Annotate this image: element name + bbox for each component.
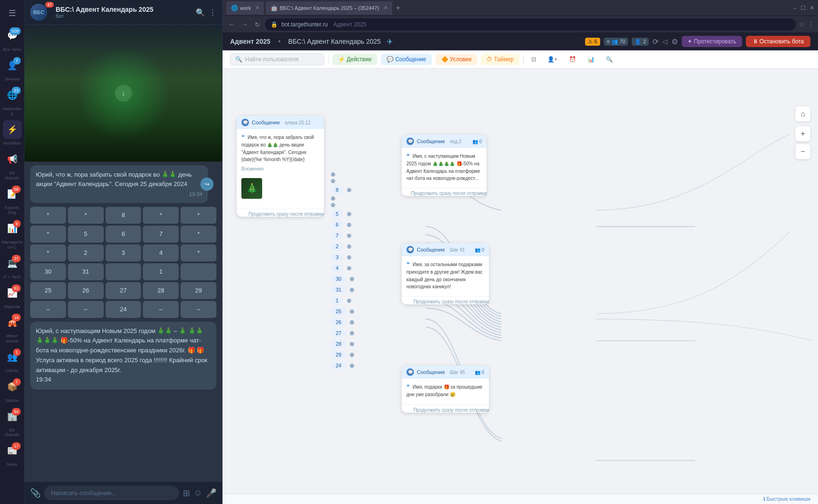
sidebar-item-management[interactable]: 📊 9 [3, 219, 22, 238]
kb-8[interactable]: 8 [106, 207, 141, 224]
btn-item-4[interactable]: 4 [331, 264, 354, 272]
kb-4[interactable]: 4 [143, 244, 179, 261]
btn-item-2[interactable]: 2 [331, 242, 354, 251]
emoji-icon[interactable]: ☺ [194, 488, 202, 498]
kb-star-3[interactable]: * [143, 207, 179, 224]
sticker-icon[interactable]: ⊞ [183, 488, 190, 498]
btn-item-31[interactable]: 31 [331, 285, 354, 294]
btn-item-8[interactable]: 8 [331, 186, 354, 194]
btn-item-29[interactable]: 29 [331, 350, 354, 359]
message-input[interactable] [44, 486, 179, 500]
maximize-btn[interactable]: ☐ [801, 5, 806, 11]
kb-29[interactable]: 29 [181, 282, 216, 299]
forward-btn[interactable]: ↪ [200, 178, 214, 191]
btn-item-7[interactable]: 7 [331, 231, 354, 240]
kb-dash-3[interactable]: – [143, 301, 179, 318]
kb-star-1[interactable]: * [30, 207, 66, 224]
kb-dash-1[interactable]: – [30, 301, 66, 318]
kb-2[interactable]: 2 [68, 244, 104, 261]
wf-node-entry[interactable]: 💬 Сообщение алека 25.12 ❝ Имя, что ж, по… [237, 116, 324, 217]
condition-btn[interactable]: 🔶 Условие [436, 54, 478, 65]
kb-star-5[interactable]: * [30, 226, 66, 243]
stop-bot-btn[interactable]: ⏸ Остановить бота [746, 36, 810, 47]
btn-item-24[interactable]: 24 [331, 361, 354, 370]
sidebar-item-clients[interactable]: 👥 1 [3, 348, 22, 366]
search-flow-icon-btn[interactable]: 🔍 [602, 54, 617, 65]
sidebar-item-all-chats[interactable]: 💬 528 [3, 26, 22, 45]
sidebar-item-my-channels[interactable]: 📢 [3, 150, 22, 169]
home-view-btn[interactable]: ⌂ [795, 106, 810, 122]
kb-star-4[interactable]: * [181, 207, 216, 224]
btn-item-25[interactable]: 25 [331, 307, 354, 316]
wf-node-pod2[interactable]: 💬 Сообщение под.2 👥 0 ❝ Имя, с наступающ… [402, 135, 487, 196]
scroll-down-btn[interactable]: ↓ [115, 85, 132, 102]
kb-30[interactable]: 30 [30, 263, 66, 280]
user-add-icon-btn[interactable]: 👤+ [544, 54, 562, 65]
sidebar-item-news[interactable]: 📰 17 [3, 441, 22, 460]
btn-item-star3[interactable] [331, 196, 354, 201]
kb-star-2[interactable]: * [68, 207, 104, 224]
action-btn[interactable]: ⚡ Действие [332, 54, 377, 65]
kb-star-6[interactable]: * [181, 226, 216, 243]
user-search-field[interactable]: 🔍 Найти пользователя [230, 53, 324, 65]
workflow-canvas[interactable]: 💬 Сообщение алека 25.12 ❝ Имя, что ж, по… [223, 69, 818, 504]
tab-close-icon[interactable]: ✕ [256, 5, 259, 10]
attachment-icon[interactable]: 📎 [30, 488, 41, 498]
kb-star-7[interactable]: * [30, 244, 66, 261]
kb-1[interactable]: 1 [143, 263, 179, 280]
kb-28[interactable]: 28 [143, 282, 179, 299]
hotkeys-btn[interactable]: ℹ Быстрые клавиши [763, 496, 810, 502]
btn-item-28[interactable]: 28 [331, 340, 354, 348]
wf-node-shag45[interactable]: 💬 Сообщение Шаг 45 👥 0 ❝ Имя, подарки 🎁 … [402, 366, 489, 413]
btn-item-27[interactable]: 27 [331, 329, 354, 337]
sidebar-item-markom[interactable]: 📈 81 [3, 284, 22, 302]
test-bot-btn[interactable]: ✦ Протестировать [682, 36, 742, 47]
kb-dash-4[interactable]: – [181, 301, 216, 318]
kb-24[interactable]: 24 [106, 301, 141, 318]
more-icon[interactable]: ⋮ [209, 8, 216, 17]
sidebar-item-orders[interactable]: 📦 7 [3, 377, 22, 396]
kb-27[interactable]: 27 [106, 282, 141, 299]
minimize-btn[interactable]: – [793, 5, 797, 11]
kb-dash-2[interactable]: – [68, 301, 104, 318]
kb-7[interactable]: 7 [143, 226, 179, 243]
clock-icon-btn[interactable]: ⏰ [565, 54, 580, 65]
chat-body[interactable]: ↓ Юрий, что ж, пора забрать свой подарок… [25, 25, 222, 481]
kb-25[interactable]: 25 [30, 282, 66, 299]
voice-icon[interactable]: 🎤 [206, 488, 216, 498]
btn-item-star2[interactable] [331, 179, 354, 183]
btn-item-star4[interactable] [331, 203, 354, 207]
template-icon-btn[interactable]: ⊡ [528, 54, 540, 65]
sidebar-item-experts-blog[interactable]: 📝 68 [3, 185, 22, 203]
sidebar-item-workflow[interactable]: ⚡ [3, 120, 22, 139]
kb-star-8[interactable]: * [181, 244, 216, 261]
btn-item-1[interactable]: 1 [331, 296, 354, 305]
btn-item-5[interactable]: 5 [331, 210, 354, 218]
share-icon[interactable]: ◁ [662, 38, 668, 45]
btn-item-26[interactable]: 26 [331, 318, 354, 326]
nav-back-btn[interactable]: ← [226, 19, 237, 30]
zoom-out-btn[interactable]: − [795, 144, 810, 159]
sidebar-menu-btn[interactable]: ☰ [3, 4, 22, 23]
kb-5[interactable]: 5 [68, 226, 104, 243]
wf-node-shag41[interactable]: 💬 Сообщение Шаг 41 👥 0 ❝ Имя, за остальн… [402, 243, 489, 304]
nav-refresh-btn[interactable]: ↻ [253, 19, 262, 30]
sidebar-item-personal[interactable]: 👤 7 [3, 56, 22, 75]
close-btn[interactable]: ✕ [810, 5, 814, 11]
settings-icon[interactable]: ⋮ [808, 21, 814, 28]
btn-item-3[interactable]: 3 [331, 253, 354, 261]
sidebar-item-event-market[interactable]: 🎪 14 [3, 313, 22, 332]
nav-forward-btn[interactable]: → [240, 19, 250, 30]
tab-close-icon-2[interactable]: ✕ [384, 5, 388, 10]
kb-26[interactable]: 26 [68, 282, 104, 299]
btn-item-30[interactable]: 30 [331, 275, 354, 283]
btn-item-star1[interactable] [331, 172, 354, 177]
kb-6[interactable]: 6 [106, 226, 141, 243]
gear-icon[interactable]: ⚙ [671, 37, 678, 46]
bookmark-icon[interactable]: ☆ [799, 21, 805, 28]
browser-tab-work[interactable]: 🌐 work ✕ [226, 1, 264, 15]
chart-icon-btn[interactable]: 📊 [584, 54, 598, 65]
sidebar-item-biz-channels[interactable]: 🏢 94 [3, 407, 22, 426]
kb-31[interactable]: 31 [68, 263, 104, 280]
browser-tab-advent[interactable]: 🤖 ВБС:\ Адвент Календарь 2025 – (352447)… [266, 1, 392, 15]
